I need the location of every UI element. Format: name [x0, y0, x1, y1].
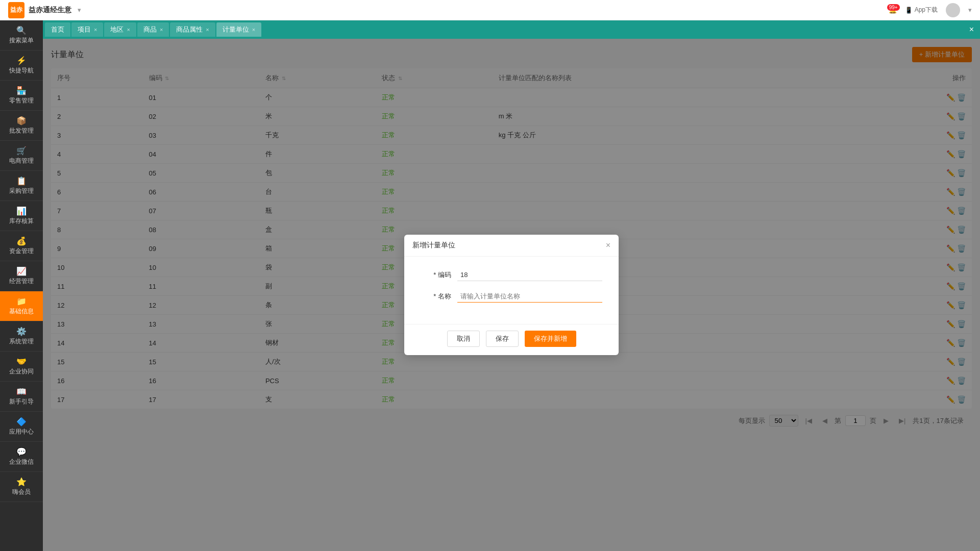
- sidebar-item-base[interactable]: 📁 基础信息: [0, 291, 43, 321]
- tab-region[interactable]: 地区 ×: [104, 22, 136, 37]
- purchase-icon: 📋: [3, 176, 40, 186]
- sidebar-item-ecommerce[interactable]: 🛒 电商管理: [0, 141, 43, 171]
- user-menu-expand[interactable]: ▾: [968, 6, 972, 14]
- ecommerce-icon: 🛒: [3, 146, 40, 156]
- sidebar-item-quick-nav[interactable]: ⚡ 快捷导航: [0, 51, 43, 81]
- sidebar-item-business[interactable]: 📈 经营管理: [0, 261, 43, 291]
- modal-body: * 编码 * 名称: [404, 257, 619, 324]
- member-icon: ⭐: [3, 477, 40, 487]
- wholesale-icon: 📦: [3, 116, 40, 126]
- sidebar-item-purchase[interactable]: 📋 采购管理: [0, 171, 43, 201]
- tab-unit[interactable]: 计量单位 ×: [216, 22, 261, 37]
- sidebar-item-inventory[interactable]: 📊 库存核算: [0, 201, 43, 231]
- tab-close-product[interactable]: ×: [160, 27, 163, 33]
- newbie-icon: 📖: [3, 387, 40, 396]
- logo-icon: 益赤: [8, 2, 24, 18]
- modal-footer: 取消 保存 保存并新增: [404, 324, 619, 355]
- sidebar-item-retail[interactable]: 🏪 零售管理: [0, 81, 43, 111]
- tab-project[interactable]: 项目 ×: [71, 22, 103, 37]
- sidebar: 🔍 搜索菜单 ⚡ 快捷导航 🏪 零售管理 📦 批发管理 🛒 电商管理 📋 采购管…: [0, 20, 43, 551]
- dropdown-icon[interactable]: ▾: [78, 6, 81, 14]
- tab-product[interactable]: 商品 ×: [137, 22, 169, 37]
- modal-close-button[interactable]: ×: [606, 241, 610, 250]
- sidebar-item-partner[interactable]: 🤝 企业协同: [0, 352, 43, 382]
- sidebar-item-system[interactable]: ⚙️ 系统管理: [0, 321, 43, 352]
- logo-text: 益赤通经生意: [29, 6, 71, 15]
- sidebar-item-enterprise[interactable]: 💬 企业微信: [0, 442, 43, 472]
- finance-icon: 💰: [3, 236, 40, 246]
- system-icon: ⚙️: [3, 327, 40, 336]
- top-bar-right: 🔔 99+ 📱 App下载 ▾: [889, 3, 972, 17]
- notification-badge: 99+: [887, 4, 900, 11]
- name-input[interactable]: [457, 290, 602, 303]
- tab-close-project[interactable]: ×: [94, 27, 97, 33]
- sidebar-item-wholesale[interactable]: 📦 批发管理: [0, 111, 43, 141]
- modal-title: 新增计量单位: [412, 241, 455, 250]
- sidebar-item-finance[interactable]: 💰 资金管理: [0, 231, 43, 261]
- tab-close-region[interactable]: ×: [127, 27, 130, 33]
- inventory-icon: 📊: [3, 206, 40, 216]
- cancel-button[interactable]: 取消: [447, 331, 480, 347]
- tab-product-attr[interactable]: 商品属性 ×: [170, 22, 215, 37]
- name-form-row: * 名称: [421, 290, 602, 303]
- tab-home[interactable]: 首页: [45, 22, 70, 37]
- partner-icon: 🤝: [3, 357, 40, 366]
- sidebar-item-newbie[interactable]: 📖 新手引导: [0, 382, 43, 412]
- phone-icon: 📱: [905, 7, 913, 14]
- search-icon: 🔍: [3, 26, 40, 35]
- business-icon: 📈: [3, 266, 40, 276]
- top-bar-left: 益赤 益赤通经生意 ▾: [8, 2, 81, 18]
- retail-icon: 🏪: [3, 86, 40, 95]
- tab-close-product-attr[interactable]: ×: [206, 27, 209, 33]
- modal-header: 新增计量单位 ×: [404, 235, 619, 257]
- logo-area: 益赤 益赤通经生意: [8, 2, 71, 18]
- sidebar-item-member[interactable]: ⭐ 嗨会员: [0, 472, 43, 502]
- name-label: * 名称: [421, 292, 451, 301]
- add-unit-modal: 新增计量单位 × * 编码 * 名称: [404, 235, 619, 355]
- main-layout: 🔍 搜索菜单 ⚡ 快捷导航 🏪 零售管理 📦 批发管理 🛒 电商管理 📋 采购管…: [0, 20, 980, 551]
- code-form-row: * 编码: [421, 269, 602, 281]
- tab-close-unit[interactable]: ×: [252, 27, 255, 33]
- tabs-close-all-button[interactable]: ×: [965, 25, 978, 34]
- quick-nav-icon: ⚡: [3, 56, 40, 65]
- save-button[interactable]: 保存: [486, 331, 519, 347]
- base-icon: 📁: [3, 296, 40, 306]
- sidebar-item-appstore[interactable]: 🔷 应用中心: [0, 412, 43, 442]
- tabs-bar: 首页 项目 × 地区 × 商品 × 商品属性 × 计量单位 × ×: [43, 20, 980, 39]
- app-download-link[interactable]: 📱 App下载: [905, 6, 938, 14]
- sidebar-item-search[interactable]: 🔍 搜索菜单: [0, 20, 43, 51]
- user-avatar[interactable]: [946, 3, 960, 17]
- modal-overlay: 新增计量单位 × * 编码 * 名称: [43, 39, 980, 551]
- notification-bell[interactable]: 🔔 99+: [889, 6, 897, 14]
- appstore-icon: 🔷: [3, 417, 40, 427]
- page-content: 计量单位 + 新增计量单位 序号 编码 ⇅ 名称 ⇅ 状态 ⇅ 计量单位匹配的名…: [43, 39, 980, 551]
- top-bar: 益赤 益赤通经生意 ▾ 🔔 99+ 📱 App下载 ▾: [0, 0, 980, 20]
- code-input[interactable]: [457, 269, 602, 281]
- code-label: * 编码: [421, 270, 451, 280]
- save-and-new-button[interactable]: 保存并新增: [525, 331, 576, 347]
- main-content: 首页 项目 × 地区 × 商品 × 商品属性 × 计量单位 × ×: [43, 20, 980, 551]
- enterprise-icon: 💬: [3, 447, 40, 457]
